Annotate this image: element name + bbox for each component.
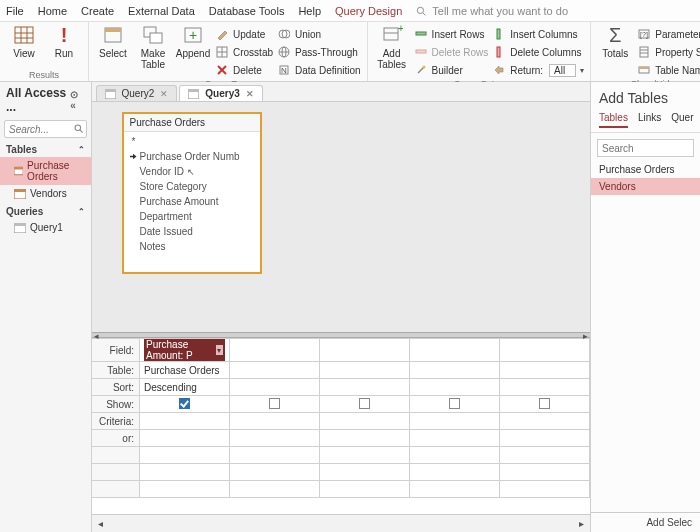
field-item[interactable]: Purchase Order Numb xyxy=(130,149,254,164)
checkbox-icon[interactable] xyxy=(539,398,550,409)
rtab-links[interactable]: Links xyxy=(638,112,661,128)
nav-group-queries[interactable]: Queries⌃ xyxy=(0,202,91,219)
add-tables-search[interactable] xyxy=(597,139,694,157)
nav-search[interactable] xyxy=(4,120,87,138)
grid-field-cell[interactable]: Purchase Amount: P▾ xyxy=(140,339,230,362)
nav-header[interactable]: All Access ... ⊙ « xyxy=(0,82,91,118)
grid-cell[interactable] xyxy=(410,447,500,464)
grid-cell[interactable] xyxy=(500,379,590,396)
grid-show-cell[interactable] xyxy=(410,396,500,413)
grid-cell[interactable] xyxy=(230,413,320,430)
datadef-button[interactable]: NData Definition xyxy=(277,62,361,78)
grid-cell[interactable] xyxy=(410,379,500,396)
deleterows-button[interactable]: Delete Rows xyxy=(414,44,489,60)
nav-item-query1[interactable]: Query1 xyxy=(0,219,91,236)
select-button[interactable]: Select xyxy=(95,24,131,59)
passthrough-button[interactable]: Pass-Through xyxy=(277,44,361,60)
grid-cell[interactable] xyxy=(230,447,320,464)
maketable-button[interactable]: Make Table xyxy=(135,24,171,70)
grid-cell[interactable] xyxy=(410,362,500,379)
scroll-right-icon[interactable]: ▸ xyxy=(579,518,584,529)
add-tables-item[interactable]: Purchase Orders xyxy=(591,161,700,178)
totals-button[interactable]: Σ Totals xyxy=(597,24,633,59)
splitter[interactable]: ◂ ▸ xyxy=(92,332,591,338)
grid-cell[interactable] xyxy=(500,481,590,498)
rtab-queries[interactable]: Quer xyxy=(671,112,693,128)
grid-cell[interactable] xyxy=(410,464,500,481)
field-item[interactable]: Purchase Amount xyxy=(130,194,254,209)
grid-table-cell[interactable]: Purchase Orders xyxy=(140,362,230,379)
menu-querydesign[interactable]: Query Design xyxy=(335,5,402,17)
append-button[interactable]: + Append xyxy=(175,24,211,59)
grid-cell[interactable] xyxy=(230,430,320,447)
grid-show-cell[interactable] xyxy=(140,396,230,413)
grid-cell[interactable] xyxy=(230,379,320,396)
nav-group-tables[interactable]: Tables⌃ xyxy=(0,140,91,157)
checkbox-icon[interactable] xyxy=(449,398,460,409)
qbe-grid[interactable]: Field: Purchase Amount: P▾ Table: Purcha… xyxy=(92,338,591,514)
tablenames-button[interactable]: Table Nam xyxy=(637,62,700,78)
menu-externaldata[interactable]: External Data xyxy=(128,5,195,17)
nav-item-purchaseorders[interactable]: Purchase Orders xyxy=(0,157,91,185)
checkbox-icon[interactable] xyxy=(359,398,370,409)
add-tables-item[interactable]: Vendors xyxy=(591,178,700,195)
nav-item-vendors[interactable]: Vendors xyxy=(0,185,91,202)
table-field-list[interactable]: * Purchase Order Numb Vendor ID ↖ Store … xyxy=(124,132,260,272)
grid-cell[interactable] xyxy=(140,413,230,430)
table-window-purchaseorders[interactable]: Purchase Orders * Purchase Order Numb Ve… xyxy=(122,112,262,274)
rtab-tables[interactable]: Tables xyxy=(599,112,628,128)
grid-cell[interactable] xyxy=(410,481,500,498)
grid-cell[interactable] xyxy=(140,430,230,447)
tab-query3[interactable]: Query3✕ xyxy=(179,85,262,101)
deletecols-button[interactable]: Delete Columns xyxy=(492,44,584,60)
field-item[interactable]: Department xyxy=(130,209,254,224)
close-icon[interactable]: ✕ xyxy=(246,89,254,99)
field-item[interactable]: Vendor ID ↖ xyxy=(130,164,254,179)
insertrows-button[interactable]: Insert Rows xyxy=(414,26,489,42)
union-button[interactable]: Union xyxy=(277,26,361,42)
checkbox-icon[interactable] xyxy=(179,398,190,409)
crosstab-button[interactable]: Crosstab xyxy=(215,44,273,60)
grid-cell[interactable] xyxy=(500,430,590,447)
grid-cell[interactable] xyxy=(410,339,500,362)
checkbox-icon[interactable] xyxy=(269,398,280,409)
return-control[interactable]: Return:All▾ xyxy=(492,62,584,78)
nav-collapse-icon[interactable]: ⊙ « xyxy=(70,89,84,111)
scroll-left-icon[interactable]: ◂ xyxy=(94,331,99,341)
menu-home[interactable]: Home xyxy=(38,5,67,17)
builder-button[interactable]: Builder xyxy=(414,62,489,78)
grid-show-cell[interactable] xyxy=(320,396,410,413)
grid-show-cell[interactable] xyxy=(230,396,320,413)
menu-dbtools[interactable]: Database Tools xyxy=(209,5,285,17)
run-button[interactable]: ! Run xyxy=(46,24,82,59)
tab-query2[interactable]: Query2✕ xyxy=(96,85,178,101)
menu-file[interactable]: File xyxy=(6,5,24,17)
add-tables-search-input[interactable] xyxy=(597,139,694,157)
grid-cell[interactable] xyxy=(320,447,410,464)
grid-cell[interactable] xyxy=(230,339,320,362)
grid-cell[interactable] xyxy=(320,362,410,379)
grid-cell[interactable] xyxy=(500,464,590,481)
close-icon[interactable]: ✕ xyxy=(160,89,168,99)
grid-scrollbar[interactable]: ◂ ▸ xyxy=(92,514,591,532)
grid-cell[interactable] xyxy=(500,339,590,362)
parameters-button[interactable]: [?]Parameters xyxy=(637,26,700,42)
grid-cell[interactable] xyxy=(500,413,590,430)
addtables-button[interactable]: + Add Tables xyxy=(374,24,410,70)
grid-cell[interactable] xyxy=(140,447,230,464)
grid-show-cell[interactable] xyxy=(500,396,590,413)
grid-cell[interactable] xyxy=(230,464,320,481)
tell-me-search[interactable]: Tell me what you want to do xyxy=(416,5,694,17)
menu-create[interactable]: Create xyxy=(81,5,114,17)
grid-cell[interactable] xyxy=(320,339,410,362)
delete-button[interactable]: Delete xyxy=(215,62,273,78)
grid-cell[interactable] xyxy=(320,481,410,498)
grid-cell[interactable] xyxy=(320,464,410,481)
field-item[interactable]: Date Issued xyxy=(130,224,254,239)
grid-cell[interactable] xyxy=(500,447,590,464)
grid-sort-cell[interactable]: Descending xyxy=(140,379,230,396)
field-item[interactable]: Store Category xyxy=(130,179,254,194)
grid-cell[interactable] xyxy=(500,362,590,379)
add-selected-button[interactable]: Add Selec xyxy=(591,512,700,532)
grid-cell[interactable] xyxy=(230,481,320,498)
